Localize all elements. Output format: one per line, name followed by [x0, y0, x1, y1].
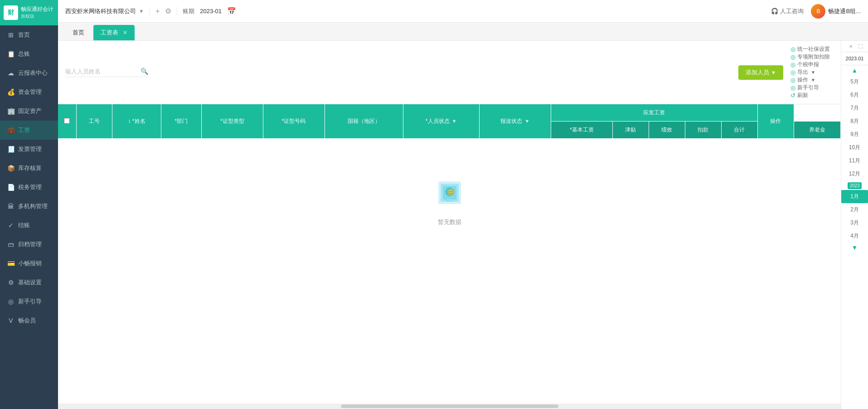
sidebar-label-member: 畅会员	[18, 316, 36, 325]
sidebar-item-expense[interactable]: 💳 小畅报销	[0, 254, 58, 273]
cal-month-m11[interactable]: 11月	[841, 154, 868, 167]
service-button[interactable]: 🎧 人工咨询	[771, 7, 804, 15]
toolbar-icon-deduction: ◎	[790, 54, 795, 60]
cal-month-m10[interactable]: 10月	[841, 141, 868, 154]
th-checkbox	[58, 104, 76, 138]
sidebar-item-multi[interactable]: 🏛 多机构管理	[0, 197, 58, 216]
sidebar-item-close[interactable]: ✓ 结账	[0, 216, 58, 235]
tab-salary[interactable]: 工资表 ✕	[93, 25, 135, 40]
period-calendar-icon[interactable]: 📅	[227, 7, 236, 15]
cal-month-m2[interactable]: 2月	[841, 203, 868, 216]
sidebar-item-salary[interactable]: 💼 工资	[0, 121, 58, 140]
horizontal-scrollbar[interactable]	[58, 404, 841, 409]
sidebar-label-tax: 税务管理	[18, 183, 42, 191]
toolbar-action-social[interactable]: ◎ 统一社保设置	[787, 45, 834, 53]
sidebar-item-tax[interactable]: 📄 税务管理	[0, 178, 58, 197]
calendar-down-arrow[interactable]: ▼	[852, 244, 858, 251]
sidebar-item-archive[interactable]: 🗃 归档管理	[0, 235, 58, 254]
sidebar-item-member[interactable]: V 畅会员	[0, 311, 58, 330]
sidebar-label-multi: 多机构管理	[18, 202, 48, 210]
toolbar-label-guide: 新手引导	[797, 84, 819, 92]
calendar-close-icon[interactable]: ✕	[847, 43, 854, 50]
sidebar-label-ledger: 总账	[18, 50, 30, 58]
user-menu[interactable]: B 畅捷通B组...	[811, 4, 861, 19]
sidebar-icon-report: ☁	[7, 69, 15, 77]
th-dept: *部门	[161, 104, 201, 138]
th-total: 合计	[721, 122, 757, 139]
sidebar-icon-multi: 🏛	[7, 203, 15, 210]
th-nation: 国籍（地区）	[325, 104, 403, 138]
toolbar-action-tax[interactable]: ◎ 个税申报	[787, 61, 834, 68]
sidebar-item-guide[interactable]: ◎ 新手引导	[0, 292, 58, 311]
sidebar-item-ledger[interactable]: 📋 总账	[0, 44, 58, 63]
th-ops: 操作	[757, 104, 794, 138]
cal-month-m6[interactable]: 6月	[841, 88, 868, 102]
search-input[interactable]	[65, 68, 138, 75]
topbar-divider2	[177, 7, 177, 16]
company-name: 西安虾米网络科技有限公司	[65, 7, 136, 15]
calendar-maximize-icon[interactable]: ⛶	[857, 43, 864, 50]
add-person-label: 添加人员	[746, 68, 769, 77]
add-person-dropdown-icon: ▼	[771, 70, 776, 75]
toolbar-label-export: 导出	[797, 68, 808, 76]
topbar-divider1	[150, 7, 150, 16]
cal-month-m12[interactable]: 12月	[841, 167, 868, 180]
toolbar-action-refresh[interactable]: ↺ 刷新	[787, 92, 834, 99]
sidebar-icon-member: V	[7, 317, 15, 324]
sidebar: 财 畅应通好会计 旗舰版 ⊞ 首页 📋 总账 ☁ 云报表中心 💰 资金管理 🏢 …	[0, 0, 58, 409]
sidebar-item-report[interactable]: ☁ 云报表中心	[0, 63, 58, 83]
toolbar-icon-operate: ◎	[790, 77, 795, 83]
th-empno: 工号	[76, 104, 112, 138]
th-certtype: *证型类型	[201, 104, 263, 138]
tab-salary-label: 工资表	[101, 29, 118, 36]
sidebar-item-assets[interactable]: 🏢 固定资产	[0, 102, 58, 121]
calendar-top-buttons: ✕ ⛶	[841, 41, 868, 52]
company-settings-icon[interactable]: ⚙	[165, 7, 171, 15]
cal-month-m9[interactable]: 9月	[841, 128, 868, 141]
sidebar-icon-guide: ◎	[7, 298, 15, 305]
sidebar-item-invoice[interactable]: 🧾 发票管理	[0, 140, 58, 159]
app-logo: 财 畅应通好会计 旗舰版	[0, 0, 58, 25]
toolbar-icon-refresh: ↺	[790, 92, 795, 99]
toolbar-label-tax: 个税申报	[797, 61, 819, 68]
add-company-icon[interactable]: +	[155, 7, 160, 15]
cal-month-m4[interactable]: 4月	[841, 229, 868, 243]
add-person-button[interactable]: 添加人员 ▼	[738, 65, 783, 80]
cal-month-m5[interactable]: 5月	[841, 75, 868, 88]
sidebar-item-settings[interactable]: ⚙ 基础设置	[0, 273, 58, 292]
empty-state: 😊 暂无数据	[58, 138, 841, 263]
sidebar-item-inventory[interactable]: 📦 库存核算	[0, 159, 58, 178]
company-selector[interactable]: 西安虾米网络科技有限公司 ▼	[65, 7, 144, 15]
toolbar-icon-social: ◎	[790, 46, 795, 53]
select-all-checkbox[interactable]	[64, 118, 70, 124]
sidebar-label-report: 云报表中心	[18, 69, 48, 77]
tab-close-icon[interactable]: ✕	[123, 29, 127, 36]
table-container: 工号 ↕ *姓名 *部门 *证型类型 *证型号码 国籍（地区） *人员状态 ▼ …	[58, 104, 841, 404]
tabbar: 首页 工资表 ✕	[58, 23, 868, 41]
sidebar-icon-home: ⊞	[7, 31, 15, 39]
cal-month-m1[interactable]: 1月	[841, 190, 868, 203]
cal-month-m3[interactable]: 3月	[841, 216, 868, 229]
toolbar-dropdown-export: ▼	[811, 70, 815, 75]
user-name: 畅捷通B组...	[828, 7, 861, 15]
cal-month-m7[interactable]: 7月	[841, 102, 868, 115]
tab-home[interactable]: 首页	[65, 25, 92, 40]
topbar: 西安虾米网络科技有限公司 ▼ + ⚙ 账期 2023-01 📅 🎧 人工咨询 B…	[58, 0, 868, 23]
toolbar-action-deduction[interactable]: ◎ 专项附加扣除	[787, 53, 834, 61]
sidebar-icon-tax: 📄	[7, 184, 15, 191]
svg-text:😊: 😊	[447, 189, 454, 195]
toolbar-action-export[interactable]: ◎ 导出 ▼	[787, 68, 834, 76]
scrollbar-thumb[interactable]	[341, 404, 558, 408]
logo-icon: 财	[4, 5, 18, 20]
sidebar-icon-settings: ⚙	[7, 279, 15, 286]
sidebar-item-home[interactable]: ⊞ 首页	[0, 25, 58, 44]
calendar-up-arrow[interactable]: ▲	[852, 67, 858, 73]
toolbar: 🔍 添加人员 ▼ ◎ 统一社保设置 ◎ 专项附加扣除 ◎ 个税申报 ◎ 导出 ▼…	[58, 41, 841, 104]
toolbar-action-operate[interactable]: ◎ 操作 ▼	[787, 76, 834, 84]
cal-month-m8[interactable]: 8月	[841, 115, 868, 128]
toolbar-icon-tax: ◎	[790, 61, 795, 68]
sidebar-item-funds[interactable]: 💰 资金管理	[0, 83, 58, 102]
search-box: 🔍	[65, 68, 148, 77]
toolbar-action-guide[interactable]: ◎ 新手引导	[787, 84, 834, 92]
tab-home-label: 首页	[73, 29, 84, 36]
